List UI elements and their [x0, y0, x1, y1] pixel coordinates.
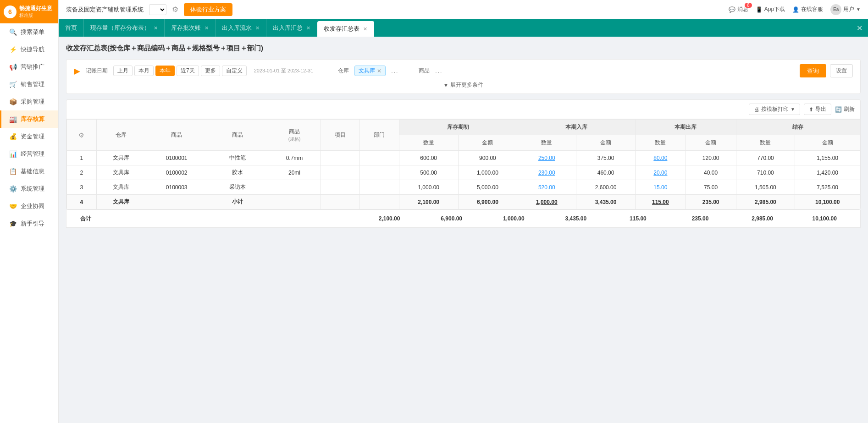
tab-[interactable]: 现存量（库存分布表）✕ — [84, 19, 165, 37]
refresh-btn[interactable]: 🔄 刷新 — [835, 105, 855, 113]
message-btn[interactable]: 💬 消息 6 — [729, 5, 748, 13]
th-settings[interactable]: ⚙ — [67, 120, 97, 151]
row-in-qty[interactable]: 250.00 — [517, 151, 576, 165]
tab-close-icon[interactable]: ✕ — [255, 25, 260, 31]
warehouse-tag-close[interactable]: ✕ — [377, 68, 381, 74]
row-project — [321, 165, 360, 180]
online-service-btn[interactable]: 👤 在线客服 — [792, 5, 823, 13]
date-btn-this-month[interactable]: 本月 — [134, 66, 154, 76]
sidebar-item-ops[interactable]: 📊经营管理 — [0, 145, 58, 163]
row-in-qty[interactable]: 1,000.00 — [517, 195, 576, 209]
print-btn[interactable]: 🖨 按模板打印 ▼ — [749, 104, 800, 115]
row-spec: 20ml — [268, 165, 321, 180]
outbound-qty-subtotal: 115.00 — [652, 199, 669, 205]
row-out-amt: 40.00 — [686, 165, 736, 180]
sidebar-item-search[interactable]: 🔍搜索菜单 — [0, 23, 58, 41]
th-code: 商品 — [146, 120, 207, 151]
experience-btn[interactable]: 体验行业方案 — [184, 3, 232, 16]
sidebar-item-system[interactable]: ⚙️系统管理 — [0, 180, 58, 198]
sales-icon: 🛒 — [9, 81, 17, 88]
outbound-qty-link[interactable]: 20.00 — [653, 170, 667, 176]
date-btn-custom[interactable]: 自定义 — [222, 66, 247, 76]
sidebar-item-marketing[interactable]: 📢营销推广 — [0, 58, 58, 76]
date-btn-7days[interactable]: 近7天 — [177, 66, 199, 76]
tab-[interactable]: 出入库流水✕ — [216, 19, 266, 37]
warehouse-value: 文具库 — [359, 67, 375, 75]
date-range-display: 2023-01-01 至 2023-12-31 — [254, 67, 314, 74]
footer-in-amt: 3,435.00 — [545, 214, 607, 224]
user-menu[interactable]: Ea 用户 ▼ — [830, 4, 861, 15]
row-in-qty[interactable]: 520.00 — [517, 180, 576, 195]
row-out-qty[interactable]: 15.00 — [635, 180, 686, 195]
tab-[interactable]: 库存批次账✕ — [165, 19, 216, 37]
row-out-qty[interactable]: 115.00 — [635, 195, 686, 209]
row-out-qty[interactable]: 20.00 — [635, 165, 686, 180]
date-btn-this-year[interactable]: 本年 — [155, 66, 175, 76]
tab-close-icon[interactable]: ✕ — [154, 25, 158, 31]
search-icon: 🔍 — [9, 28, 17, 36]
row-spec: 0.7mm — [268, 151, 321, 165]
export-btn[interactable]: ⬆ 导出 — [804, 104, 831, 115]
tab-close-icon[interactable]: ✕ — [363, 26, 367, 32]
sidebar-item-sales[interactable]: 🛒销售管理 — [0, 76, 58, 93]
sidebar-item-basic[interactable]: 📋基础信息 — [0, 163, 58, 180]
sidebar-item-finance[interactable]: 💰资金管理 — [0, 128, 58, 145]
outbound-qty-link[interactable]: 80.00 — [653, 155, 667, 161]
row-in-qty[interactable]: 230.00 — [517, 165, 576, 180]
row-open-amt: 900.00 — [458, 151, 517, 165]
toolbar-right: 🖨 按模板打印 ▼ ⬆ 导出 🔄 刷新 — [749, 104, 855, 115]
sidebar-item-label: 营销推广 — [21, 63, 44, 71]
row-project — [321, 151, 360, 165]
row-bal-qty: 2,985.00 — [736, 195, 795, 209]
row-project — [321, 180, 360, 195]
sidebar-item-inventory[interactable]: 🏭库存核算 — [0, 110, 58, 128]
tab-close-icon[interactable]: ✕ — [205, 25, 209, 31]
sidebar-item-guide[interactable]: 🎓新手引导 — [0, 215, 58, 232]
service-icon: 👤 — [792, 6, 799, 13]
query-btn[interactable]: 查询 — [800, 64, 826, 77]
row-open-amt: 5,000.00 — [458, 180, 517, 195]
row-bal-amt: 1,420.00 — [795, 165, 860, 180]
row-out-qty[interactable]: 80.00 — [635, 151, 686, 165]
inbound-qty-link[interactable]: 520.00 — [538, 184, 555, 191]
tab-close-icon[interactable]: ✕ — [306, 25, 310, 31]
row-bal-amt: 10,100.00 — [795, 195, 860, 209]
warehouse-dots[interactable]: ... — [391, 68, 398, 74]
settings-btn[interactable]: 设置 — [830, 64, 853, 77]
row-code: 0100003 — [146, 180, 207, 195]
finance-icon: 💰 — [9, 133, 17, 140]
table-row: 3 文具库 0100003 采访本 1,000.00 5,000.00 520.… — [67, 180, 860, 195]
date-btn-last-month[interactable]: 上月 — [113, 66, 133, 76]
tab-[interactable]: 首页 — [59, 19, 84, 37]
gear-icon[interactable]: ⚙ — [172, 5, 178, 14]
th-inbound: 本期入库 — [517, 120, 636, 135]
sidebar-item-label: 新手引导 — [21, 220, 44, 228]
sidebar-logo[interactable]: 6 畅捷通好生意 标准版 — [0, 0, 58, 23]
sidebar-item-label: 采购管理 — [21, 98, 44, 106]
sidebar-item-label: 快捷导航 — [21, 45, 44, 54]
inbound-qty-link[interactable]: 250.00 — [538, 155, 555, 161]
date-btn-more[interactable]: 更多 — [201, 66, 220, 76]
goods-dots[interactable]: ... — [435, 68, 442, 74]
tab-[interactable]: 收发存汇总表✕ — [317, 21, 374, 37]
outbound-qty-link[interactable]: 15.00 — [653, 184, 667, 191]
sidebar-item-corp[interactable]: 🤝企业协同 — [0, 198, 58, 215]
row-code: 0100002 — [146, 165, 207, 180]
tab-label: 收发存汇总表 — [324, 25, 359, 33]
row-name: 小计 — [207, 195, 268, 209]
tab-bar-close-btn[interactable]: ✕ — [851, 24, 868, 33]
message-badge: 6 — [745, 3, 752, 8]
footer-bal-qty: 2,985.00 — [731, 214, 794, 224]
expand-btn[interactable]: ▼ 展开更多条件 — [443, 81, 484, 89]
sidebar-item-purchase[interactable]: 📦采购管理 — [0, 93, 58, 110]
inbound-qty-subtotal: 1,000.00 — [536, 199, 558, 205]
filter-toggle-icon[interactable]: ▶ — [74, 66, 80, 76]
app-download-btn[interactable]: 📱 App下载 — [756, 5, 785, 13]
expand-row: ▼ 展开更多条件 — [74, 81, 853, 89]
row-open-qty: 2,100.00 — [399, 195, 458, 209]
tab-[interactable]: 出入库汇总✕ — [266, 19, 317, 37]
th-name: 商品 — [207, 120, 268, 151]
sidebar-item-quick[interactable]: ⚡快捷导航 — [0, 41, 58, 58]
inbound-qty-link[interactable]: 230.00 — [538, 170, 555, 176]
system-selector[interactable] — [149, 4, 166, 15]
